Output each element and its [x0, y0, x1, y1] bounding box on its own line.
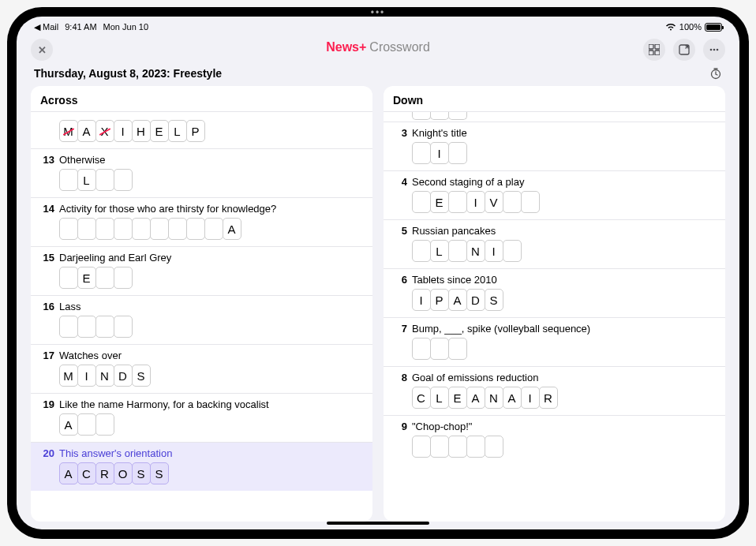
clue-item[interactable]: 19Like the name Harmony, for a backing v…: [31, 393, 372, 442]
clue-item[interactable]: 14Activity for those who are thirsty for…: [31, 197, 372, 246]
letter-cell[interactable]: [430, 338, 449, 360]
letter-cell[interactable]: A: [448, 289, 467, 311]
letter-cell[interactable]: [77, 316, 96, 338]
clue-item[interactable]: 5Russian pancakesLNI: [384, 219, 725, 268]
multitask-dots[interactable]: •••: [371, 17, 386, 18]
down-clue-list[interactable]: 3Knight's titleI4Second staging of a pla…: [384, 111, 725, 522]
letter-cell[interactable]: I: [77, 365, 96, 387]
grid-view-button[interactable]: [643, 39, 665, 61]
clue-item[interactable]: 4Second staging of a playEIV: [384, 170, 725, 219]
letter-cell[interactable]: N: [485, 387, 503, 409]
clue-item[interactable]: 13OtherwiseL: [31, 148, 372, 197]
letter-cell[interactable]: P: [430, 289, 449, 311]
letter-cell[interactable]: I: [466, 191, 485, 213]
letter-cell[interactable]: [412, 240, 431, 262]
letter-cell[interactable]: [412, 142, 431, 164]
clue-item[interactable]: 17Watches overMINDS: [31, 344, 372, 393]
letter-cell[interactable]: N: [95, 365, 114, 387]
clue-item[interactable]: 8Goal of emissions reductionCLEANAIR: [384, 366, 725, 415]
letter-cell[interactable]: A: [466, 387, 485, 409]
letter-cell[interactable]: L: [168, 120, 187, 142]
letter-cell[interactable]: X: [95, 120, 114, 142]
letter-cell[interactable]: I: [430, 142, 449, 164]
clue-item[interactable]: 9"Chop-chop!": [384, 415, 725, 464]
letter-cell[interactable]: E: [430, 191, 449, 213]
letter-cell[interactable]: A: [59, 462, 78, 484]
letter-cell[interactable]: [95, 218, 114, 240]
letter-cell[interactable]: S: [132, 365, 151, 387]
letter-cell[interactable]: S: [150, 462, 169, 484]
letter-cell[interactable]: D: [466, 289, 485, 311]
letter-cell[interactable]: A: [223, 218, 241, 240]
letter-cell[interactable]: S: [132, 462, 151, 484]
letter-cell[interactable]: [59, 316, 78, 338]
letter-cell[interactable]: [114, 316, 133, 338]
letter-cell[interactable]: L: [430, 387, 449, 409]
clue-item[interactable]: 3Knight's titleI: [384, 122, 725, 170]
letter-cell[interactable]: I: [114, 120, 133, 142]
letter-cell[interactable]: [448, 191, 467, 213]
letter-cell[interactable]: O: [114, 462, 133, 484]
letter-cell[interactable]: [412, 191, 431, 213]
letter-cell[interactable]: [150, 218, 169, 240]
letter-cell[interactable]: [412, 338, 431, 360]
clue-item[interactable]: 15Darjeeling and Earl GreyE: [31, 246, 372, 295]
clue-item[interactable]: 7Bump, ___, spike (volleyball sequence): [384, 317, 725, 366]
share-button[interactable]: [673, 39, 695, 61]
clue-item[interactable]: 16Lass: [31, 295, 372, 344]
letter-cell[interactable]: [448, 436, 467, 458]
letter-cell[interactable]: N: [466, 240, 485, 262]
letter-cell[interactable]: [59, 267, 78, 289]
letter-cell[interactable]: I: [412, 289, 431, 311]
letter-cell[interactable]: L: [77, 169, 96, 191]
letter-cell[interactable]: [77, 218, 96, 240]
clue-item[interactable]: MAXIHELP: [31, 111, 372, 148]
letter-cell[interactable]: [412, 112, 431, 120]
letter-cell[interactable]: [95, 267, 114, 289]
clue-item[interactable]: 20This answer's orientationACROSS: [31, 442, 372, 491]
letter-cell[interactable]: M: [59, 365, 78, 387]
letter-cell[interactable]: [204, 218, 223, 240]
letter-cell[interactable]: C: [412, 387, 431, 409]
letter-cell[interactable]: [59, 218, 78, 240]
timer-icon[interactable]: [709, 67, 722, 80]
close-button[interactable]: ✕: [31, 39, 53, 61]
letter-cell[interactable]: A: [503, 387, 522, 409]
letter-cell[interactable]: [77, 413, 96, 436]
letter-cell[interactable]: [132, 218, 151, 240]
across-clue-list[interactable]: MAXIHELP13OtherwiseL14Activity for those…: [31, 111, 372, 522]
letter-cell[interactable]: E: [150, 120, 169, 142]
letter-cell[interactable]: [168, 218, 187, 240]
letter-cell[interactable]: [503, 240, 522, 262]
letter-cell[interactable]: E: [77, 267, 96, 289]
letter-cell[interactable]: [412, 436, 431, 458]
letter-cell[interactable]: [485, 436, 503, 458]
letter-cell[interactable]: A: [77, 120, 96, 142]
letter-cell[interactable]: L: [430, 240, 449, 262]
letter-cell[interactable]: C: [77, 462, 96, 484]
clue-item[interactable]: 6Tablets since 2010IPADS: [384, 268, 725, 317]
letter-cell[interactable]: [430, 436, 449, 458]
letter-cell[interactable]: [448, 338, 467, 360]
letter-cell[interactable]: [186, 218, 205, 240]
letter-cell[interactable]: R: [539, 387, 558, 409]
letter-cell[interactable]: E: [448, 387, 467, 409]
letter-cell[interactable]: [114, 169, 133, 191]
letter-cell[interactable]: [95, 169, 114, 191]
letter-cell[interactable]: V: [485, 191, 503, 213]
letter-cell[interactable]: H: [132, 120, 151, 142]
letter-cell[interactable]: S: [485, 289, 503, 311]
letter-cell[interactable]: [114, 218, 133, 240]
letter-cell[interactable]: I: [521, 387, 540, 409]
letter-cell[interactable]: [521, 191, 540, 213]
letter-cell[interactable]: [448, 112, 467, 120]
home-indicator[interactable]: [327, 522, 429, 525]
letter-cell[interactable]: D: [114, 365, 133, 387]
letter-cell[interactable]: A: [59, 413, 78, 436]
letter-cell[interactable]: I: [485, 240, 503, 262]
letter-cell[interactable]: [430, 112, 449, 120]
back-to-app[interactable]: ◀ Mail: [34, 22, 58, 32]
more-button[interactable]: [703, 39, 725, 61]
letter-cell[interactable]: M: [59, 120, 78, 142]
letter-cell[interactable]: [448, 240, 467, 262]
